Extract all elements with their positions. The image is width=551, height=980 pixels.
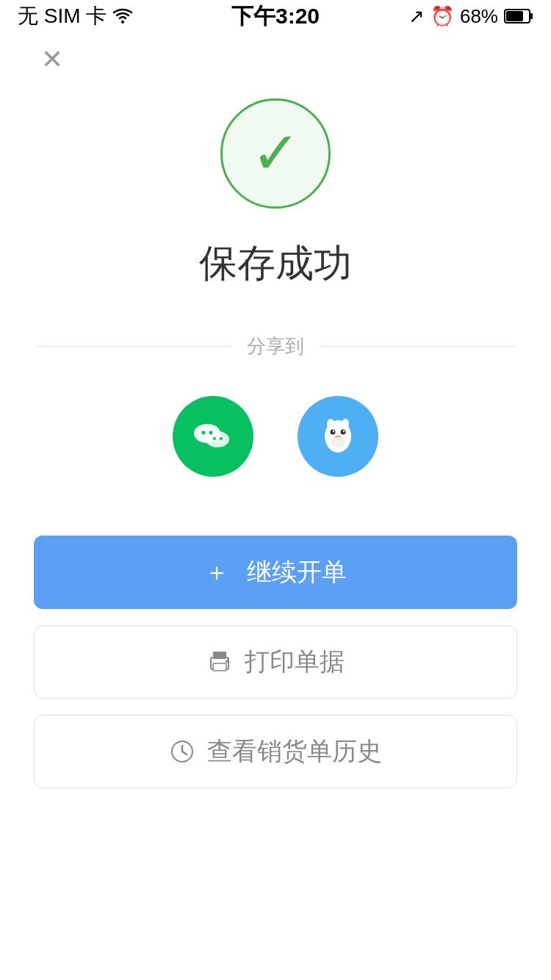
svg-point-17 [327,419,334,429]
svg-point-22 [226,660,228,663]
divider-line-right [319,346,514,347]
success-title: 保存成功 [199,238,352,289]
svg-point-9 [220,437,223,440]
svg-point-0 [121,21,124,24]
history-icon [169,738,195,765]
svg-point-8 [213,437,216,440]
checkmark-icon: ✓ [251,124,300,183]
print-icon [206,649,233,675]
status-left: 无 SIM 卡 [18,2,133,30]
svg-rect-3 [506,11,523,21]
share-label: 分享到 [232,334,319,359]
svg-rect-20 [213,652,226,659]
no-sim-text: 无 SIM 卡 [18,2,107,30]
qq-icon [314,413,361,460]
svg-point-18 [342,419,349,429]
svg-point-16 [331,437,345,447]
svg-point-14 [343,430,345,432]
svg-rect-21 [213,663,226,671]
svg-rect-2 [530,13,533,19]
battery-text: 68% [460,5,498,28]
wechat-icon [190,413,237,460]
buttons-area: ＋ 继续开单 打印单据 查看销货单历史 [0,536,551,788]
svg-point-5 [206,431,229,447]
svg-point-13 [333,430,334,432]
success-circle: ✓ [220,98,331,209]
print-button[interactable]: 打印单据 [34,625,517,699]
svg-point-12 [341,430,346,435]
status-time: 下午3:20 [231,1,320,32]
share-divider: 分享到 [0,334,551,359]
svg-line-25 [182,752,187,754]
svg-point-11 [331,430,336,435]
close-icon: ✕ [41,44,63,75]
history-button[interactable]: 查看销货单历史 [34,715,517,788]
location-icon: ↗ [408,5,425,28]
qq-share-button[interactable] [298,396,378,477]
status-bar: 无 SIM 卡 下午3:20 ↗ ⏰ 68% [0,0,551,32]
continue-button[interactable]: ＋ 继续开单 [34,536,517,609]
divider-line-left [37,346,232,347]
wechat-share-button[interactable] [173,396,253,477]
plus-icon: ＋ [204,555,229,589]
history-label: 查看销货单历史 [207,735,382,768]
print-label: 打印单据 [245,645,345,679]
continue-label: 继续开单 [247,555,347,589]
alarm-icon: ⏰ [431,5,454,28]
share-row [173,396,378,477]
main-content: ✓ 保存成功 分享到 [0,32,551,788]
close-button[interactable]: ✕ [34,41,71,78]
status-right: ↗ ⏰ 68% [408,5,533,28]
svg-point-7 [209,431,213,435]
svg-point-6 [202,431,206,435]
wifi-icon [112,8,133,24]
battery-icon [504,8,533,24]
